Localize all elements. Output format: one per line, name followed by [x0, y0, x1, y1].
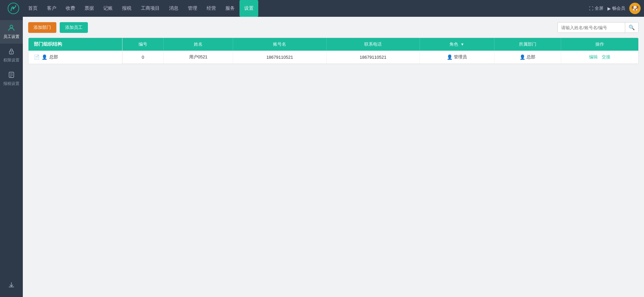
sidebar-item-permissions[interactable]: 权限设置 [0, 44, 23, 67]
sidebar-bottom [0, 277, 23, 297]
fullscreen-button[interactable]: ⛶ 全屏 [589, 5, 603, 11]
nav-customer[interactable]: 客户 [42, 0, 61, 17]
sidebar: 员工设置 权限设置 报税设置 [0, 17, 23, 297]
sidebar-label-tax: 报税设置 [3, 81, 19, 87]
add-dept-button[interactable]: 添加部门 [28, 22, 56, 33]
sidebar-item-tax-settings[interactable]: 报税设置 [0, 67, 23, 91]
nav-business[interactable]: 工商项目 [136, 0, 164, 17]
transfer-button[interactable]: 交接 [602, 54, 610, 59]
search-input[interactable] [558, 23, 625, 32]
nav-home[interactable]: 首页 [23, 0, 42, 17]
nav-right: ⛶ 全屏 ▶ 畅会员 🐶 [589, 3, 641, 14]
nav-bills[interactable]: 票据 [80, 0, 99, 17]
vip-button[interactable]: ▶ 畅会员 [607, 5, 625, 11]
col-role: 角色 ▼ [420, 38, 494, 51]
filter-icon[interactable]: ▼ [461, 42, 464, 46]
nav-message[interactable]: 消息 [164, 0, 183, 17]
col-phone: 联系电话 [326, 38, 420, 51]
cell-account: 18679110521 [233, 51, 326, 64]
dept-name: 总部 [49, 54, 58, 60]
search-icon: 🔍 [629, 24, 635, 30]
cell-phone: 18679110521 [326, 51, 420, 64]
avatar-emoji: 🐶 [631, 5, 639, 12]
role-person-icon: 👤 [447, 54, 452, 60]
avatar[interactable]: 🐶 [629, 3, 641, 14]
nav-manage[interactable]: 管理 [183, 0, 202, 17]
table-header-row: 编号 姓名 账号名 联系电话 角色 ▼ 所属部门 操作 [122, 38, 638, 51]
dept-tree: 部门组织结构 📄 👤 总部 [29, 38, 122, 64]
nav-service[interactable]: 服务 [221, 0, 239, 17]
add-emp-button[interactable]: 添加员工 [60, 22, 88, 33]
nav-items: 首页 客户 收费 票据 记账 报税 工商项目 消息 管理 经营 服务 设置 [23, 0, 589, 17]
nav-operation[interactable]: 经营 [202, 0, 221, 17]
sidebar-download[interactable] [0, 277, 23, 294]
cell-role: 👤 管理员 [420, 51, 494, 64]
main-content: 添加部门 添加员工 🔍 部门组织结构 📄 👤 总部 编号 [23, 17, 644, 297]
search-box: 🔍 [557, 22, 639, 33]
edit-button[interactable]: 编辑 [589, 54, 598, 59]
logo[interactable] [3, 2, 23, 14]
col-id: 编号 [122, 38, 163, 51]
nav-fees[interactable]: 收费 [61, 0, 80, 17]
dept-tree-item-general[interactable]: 📄 👤 总部 [29, 51, 122, 63]
content-area: 部门组织结构 📄 👤 总部 编号 姓名 账号名 联系电话 角色 [28, 38, 639, 64]
nav-settings[interactable]: 设置 [239, 0, 258, 17]
vip-icon: ▶ [607, 6, 611, 11]
col-dept: 所属部门 [494, 38, 561, 51]
fullscreen-label: 全屏 [595, 5, 603, 11]
cell-dept: 👤 总部 [494, 51, 561, 64]
table-body: 0 用户0521 18679110521 18679110521 👤 管理员 [122, 51, 638, 64]
top-navigation: 首页 客户 收费 票据 记账 报税 工商项目 消息 管理 经营 服务 设置 ⛶ … [0, 0, 644, 17]
lock-icon [8, 48, 15, 56]
nav-bookkeeping[interactable]: 记账 [99, 0, 117, 17]
table-row: 0 用户0521 18679110521 18679110521 👤 管理员 [122, 51, 638, 64]
col-account: 账号名 [233, 38, 326, 51]
search-button[interactable]: 🔍 [625, 22, 638, 33]
sidebar-label-permissions: 权限设置 [3, 57, 19, 63]
employee-icon [8, 24, 15, 33]
nav-tax[interactable]: 报税 [117, 0, 136, 17]
col-name: 姓名 [163, 38, 233, 51]
toolbar: 添加部门 添加员工 🔍 [28, 22, 639, 33]
sidebar-label-employee: 员工设置 [3, 34, 19, 40]
employee-table: 编号 姓名 账号名 联系电话 角色 ▼ 所属部门 操作 0 [122, 38, 638, 64]
svg-point-2 [10, 25, 13, 28]
table: 编号 姓名 账号名 联系电话 角色 ▼ 所属部门 操作 0 [122, 38, 638, 64]
dept-tree-header: 部门组织结构 [29, 38, 122, 51]
vip-label: 畅会员 [612, 5, 625, 11]
tax-settings-icon [8, 71, 15, 80]
cell-actions: 编辑 交接 [561, 51, 638, 64]
sidebar-item-employee[interactable]: 员工设置 [0, 20, 23, 44]
download-icon [8, 281, 15, 290]
cell-name: 用户0521 [163, 51, 233, 64]
document-icon: 📄 [34, 54, 40, 60]
person-icon: 👤 [42, 54, 47, 60]
cell-id: 0 [122, 51, 163, 64]
fullscreen-icon: ⛶ [589, 6, 593, 11]
dept-person-icon: 👤 [520, 54, 525, 60]
svg-point-1 [12, 7, 14, 9]
svg-point-4 [11, 52, 12, 53]
col-action: 操作 [561, 38, 638, 51]
